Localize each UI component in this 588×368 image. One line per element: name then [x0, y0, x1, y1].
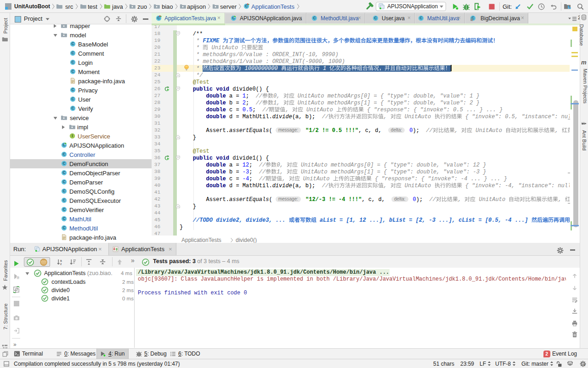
svg-text:C: C	[71, 87, 74, 92]
svg-text:C: C	[62, 225, 65, 230]
svg-text:I: I	[72, 133, 73, 138]
svg-text:C: C	[62, 152, 65, 156]
svg-text:C: C	[62, 179, 65, 184]
svg-text:C: C	[62, 207, 65, 212]
svg-text:C: C	[71, 60, 74, 64]
svg-text:C: C	[374, 16, 377, 20]
svg-text:C: C	[62, 189, 65, 193]
svg-text:C: C	[313, 16, 316, 20]
svg-text:C: C	[62, 161, 65, 166]
svg-text:C: C	[71, 97, 74, 101]
svg-text:z: z	[60, 262, 62, 265]
svg-text:C: C	[71, 69, 74, 74]
svg-text:a: a	[60, 259, 62, 262]
svg-text:C: C	[62, 170, 65, 175]
svg-text:C: C	[71, 41, 74, 46]
svg-text:C: C	[71, 51, 74, 55]
svg-text:C: C	[71, 106, 74, 110]
svg-text:9: 9	[17, 276, 19, 280]
svg-text:C: C	[62, 216, 65, 221]
svg-text:C: C	[62, 198, 65, 202]
svg-text:?: ?	[583, 363, 586, 367]
svg-text:C: C	[419, 16, 422, 20]
